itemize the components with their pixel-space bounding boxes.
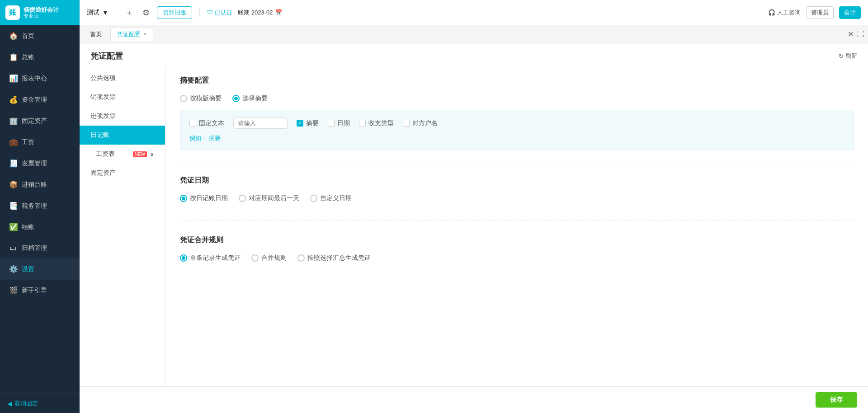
radio-template-circle [180,95,187,102]
merge-radio-single[interactable]: 单条记录生成凭证 [180,254,241,262]
example-prefix: 例如： [189,135,207,141]
summary-options-box: 固定文本 ✓ 摘要 日期 [180,110,854,150]
sidebar-item-settle[interactable]: ✅ 结账 [0,216,80,238]
cb-summary[interactable]: ✓ 摘要 [297,119,319,127]
cb-counterpart-box [403,120,410,127]
tab-close-icon[interactable]: × [143,31,146,38]
right-content: 摘要配置 按模版摘要 选择摘要 [165,65,868,386]
ledger-icon: 📋 [9,53,17,61]
guide-icon: 🎬 [9,286,17,295]
manager-button[interactable]: 管理员 [806,6,834,19]
summary-radio-select[interactable]: 选择摘要 [232,94,268,103]
new-badge: NEW [133,151,147,157]
left-nav: 公共选项 销项发票 进项发票 日记账 工资表 NEW [80,65,165,386]
sidebar-item-label: 报表中心 [22,75,47,83]
sidebar-item-tax[interactable]: 📑 税务管理 [0,195,80,216]
cb-fixed-text[interactable]: 固定文本 [189,119,224,127]
service-label: 人工咨询 [777,9,801,17]
cb-date-label: 日期 [337,119,350,127]
merge-radio-select-merge[interactable]: 按照选择汇总生成凭证 [297,254,371,262]
invoice-icon: 🧾 [9,159,17,168]
content-wrapper: 凭证配置 ↻ 刷新 公共选项 销项发票 进项发票 [80,43,868,386]
nav-sale-invoice[interactable]: 销项发票 [80,88,165,107]
service-button[interactable]: 🎧 人工咨询 [768,9,801,17]
voucher-date-section: 凭证日期 按日记账日期 对应期间最后一天 [180,176,854,221]
sidebar-scroll: 🏠 首页 📋 总账 📊 报表中心 💰 资金管理 🏢 固定资产 💼 工资 🧾 发票… [0,25,80,394]
cb-summary-label: 摘要 [306,119,319,127]
topbar-right: 🎧 人工咨询 管理员 会计 [768,6,861,19]
nav-salary-table-label: 工资表 [96,150,115,158]
divider1 [116,8,116,17]
merge-radio-select-merge-circle [297,254,305,262]
switch-version-button[interactable]: 切到旧版 [157,6,192,19]
sidebar-item-asset[interactable]: 🏢 固定资产 [0,110,80,131]
nav-salary-table[interactable]: 工资表 NEW ∨ [80,145,165,164]
asset-icon: 🏢 [9,117,17,125]
trade-icon: 📦 [9,180,17,189]
tab-fullscreen-button[interactable]: ⛶ [857,30,864,38]
company-selector[interactable]: 测试 ▼ [87,9,108,17]
logo-icon: 账 [5,5,20,20]
period-value: 2023-02 [251,9,273,16]
date-radio-journal[interactable]: 按日记账日期 [180,194,228,202]
tabs-bar: 首页 凭证配置 × ✕ ⛶ [80,25,868,43]
topbar: 测试 ▼ ＋ ⚙ 切到旧版 🛡 已认证 账期 2023-02 📅 🎧 人工咨询 … [80,0,868,25]
save-button[interactable]: 保存 [816,392,857,408]
merge-rule-section: 凭证合并规则 单条记录生成凭证 合并规则 [180,235,854,280]
tab-home[interactable]: 首页 [83,27,108,41]
archive-icon: 🗂 [9,244,17,252]
add-button[interactable]: ＋ [123,5,135,20]
accountant-button[interactable]: 会计 [839,6,861,19]
sidebar-item-report[interactable]: 📊 报表中心 [0,68,80,89]
main-area: 测试 ▼ ＋ ⚙ 切到旧版 🛡 已认证 账期 2023-02 📅 🎧 人工咨询 … [80,0,868,413]
pin-icon: ◀ [7,400,12,407]
shield-icon: 🛡 [207,9,213,16]
sidebar-item-label: 归档管理 [22,244,47,252]
sidebar-item-invoice[interactable]: 🧾 发票管理 [0,153,80,174]
sidebar-item-fund[interactable]: 💰 资金管理 [0,89,80,110]
page-header: 凭证配置 ↻ 刷新 [80,43,868,65]
sidebar-item-settings[interactable]: ⚙️ 设置 [0,258,80,280]
nav-purchase-invoice[interactable]: 进项发票 [80,107,165,126]
nav-purchase-invoice-label: 进项发票 [90,112,116,119]
tab-voucher-config[interactable]: 凭证配置 × [110,27,153,41]
sidebar-item-label: 税务管理 [22,202,47,210]
cb-date[interactable]: 日期 [328,119,350,127]
sidebar-item-home[interactable]: 🏠 首页 [0,25,80,47]
page-title: 凭证配置 [90,51,123,61]
page-area: 凭证配置 ↻ 刷新 公共选项 销项发票 进项发票 [80,43,868,413]
sidebar-item-ledger[interactable]: 📋 总账 [0,47,80,68]
cancel-fixed-button[interactable]: ◀ 取消固定 [0,394,80,413]
page-footer: 保存 [80,386,868,413]
cb-counterpart[interactable]: 对方户名 [403,119,438,127]
merge-radio-select-merge-label: 按照选择汇总生成凭证 [307,254,371,262]
sidebar: 账 畅捷通好会计 专业版 🏠 首页 📋 总账 📊 报表中心 💰 资金管理 🏢 固… [0,0,80,413]
nav-journal[interactable]: 日记账 [80,126,165,145]
sidebar-item-guide[interactable]: 🎬 新手引导 [0,280,80,301]
date-radio-last-day[interactable]: 对应期间最后一天 [239,194,299,202]
nav-public[interactable]: 公共选项 [80,69,165,88]
cb-fixed-text-label: 固定文本 [199,119,224,127]
report-icon: 📊 [9,74,17,83]
sidebar-item-label: 固定资产 [22,117,47,125]
sidebar-item-trade[interactable]: 📦 进销台账 [0,174,80,195]
sidebar-item-label: 发票管理 [22,160,47,168]
merge-radio-single-label: 单条记录生成凭证 [190,254,241,262]
sidebar-item-salary[interactable]: 💼 工资 [0,131,80,153]
summary-radio-template[interactable]: 按模版摘要 [180,94,222,103]
date-radio-custom[interactable]: 自定义日期 [310,194,352,202]
settings-gear-button[interactable]: ⚙ [141,6,151,19]
tab-close-button[interactable]: ✕ [848,30,854,38]
nav-fixed-asset[interactable]: 固定资产 [80,164,165,183]
cb-pay-type[interactable]: 收支类型 [359,119,394,127]
sidebar-item-archive[interactable]: 🗂 归档管理 [0,238,80,258]
merge-radio-merge[interactable]: 合并规则 [251,254,287,262]
period-label: 账期 [238,9,250,17]
salary-icon: 💼 [9,138,17,146]
fixed-text-input[interactable] [233,117,288,129]
sidebar-logo: 账 畅捷通好会计 专业版 [0,0,80,25]
cancel-fixed-label: 取消固定 [14,399,38,408]
refresh-button[interactable]: ↻ 刷新 [839,52,857,60]
period-display: 账期 2023-02 📅 [238,9,282,17]
tab-actions: ✕ ⛶ [848,30,864,38]
